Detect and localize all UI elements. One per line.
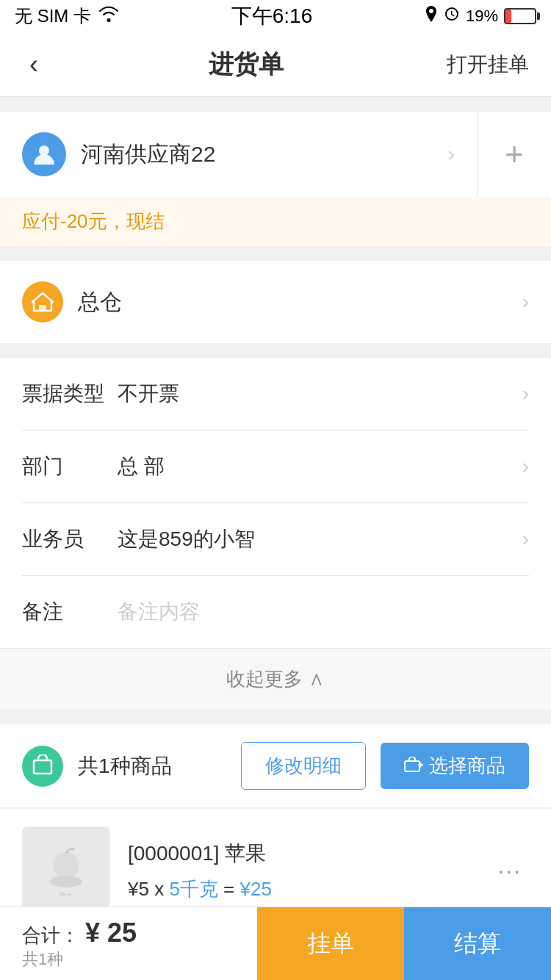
product-price: ¥5 x 5千克 = ¥25 (128, 876, 472, 902)
divider-4 (0, 710, 551, 724)
page-title: 进货单 (209, 48, 284, 82)
total-label: 合计： (22, 923, 79, 948)
svg-point-4 (53, 852, 79, 879)
total-amount: ¥ 25 (85, 918, 137, 948)
status-bar: 无 SIM 卡 下午6:16 19% (0, 0, 551, 32)
cart-icon (404, 757, 423, 776)
divider-1 (0, 97, 551, 112)
department-value: 总 部 (118, 453, 522, 480)
select-product-label: 选择商品 (429, 753, 505, 779)
salesperson-label: 业务员 (22, 525, 118, 553)
supplier-section: 河南供应商22 › + 应付-20元，现结 (0, 112, 551, 246)
form-section: 票据类型 不开票 › 部门 总 部 › 业务员 这是859的小智 › 备注 备注… (0, 358, 551, 648)
battery-text: 19% (466, 7, 498, 26)
salesperson-value: 这是859的小智 (118, 525, 522, 553)
location-icon (425, 6, 438, 26)
svg-point-5 (50, 876, 82, 887)
product-thumbnail: 督十 (22, 826, 110, 915)
price-equals: = (223, 878, 240, 900)
carrier-text: 无 SIM 卡 (15, 4, 91, 28)
battery-icon (504, 8, 536, 24)
product-header: 共1种商品 修改明细 选择商品 (0, 724, 551, 807)
svg-point-0 (39, 145, 49, 156)
warehouse-name: 总仓 (78, 287, 522, 317)
warehouse-icon (22, 281, 63, 323)
product-code: [0000001] (128, 842, 220, 865)
warehouse-section: 总仓 › (0, 261, 551, 343)
status-right: 19% (425, 6, 536, 26)
product-more-button[interactable]: ··· (490, 850, 529, 892)
product-title: 苹果 (225, 842, 266, 865)
ticket-type-row[interactable]: 票据类型 不开票 › (0, 358, 551, 430)
price-quantity: 5千克 (169, 878, 217, 900)
product-info: [0000001] 苹果 ¥5 x 5千克 = ¥25 (128, 840, 472, 902)
remark-row[interactable]: 备注 备注内容 (0, 576, 551, 648)
open-hang-button[interactable]: 打开挂单 (447, 51, 529, 79)
divider-3 (0, 343, 551, 358)
status-time: 下午6:16 (231, 2, 313, 30)
ticket-type-value: 不开票 (118, 380, 522, 408)
nav-bar: ‹ 进货单 打开挂单 (0, 32, 551, 97)
ticket-type-label: 票据类型 (22, 380, 118, 408)
svg-rect-2 (34, 760, 51, 774)
price-unit: ¥5 (128, 878, 149, 900)
ticket-type-chevron-icon: › (522, 382, 529, 406)
supplier-name: 河南供应商22 (81, 140, 441, 170)
warehouse-chevron-icon: › (522, 290, 529, 314)
supplier-chevron-icon: › (448, 143, 455, 166)
price-separator: x (154, 878, 169, 900)
collapse-label: 收起更多 ∧ (226, 666, 324, 692)
svg-text:督十: 督十 (59, 891, 73, 896)
back-button[interactable]: ‹ (22, 42, 46, 87)
wifi-icon (98, 6, 119, 26)
total-section: 合计： ¥ 25 共1种 (0, 907, 257, 980)
select-product-button[interactable]: 选择商品 (381, 743, 529, 789)
battery-fill (505, 10, 511, 23)
svg-rect-3 (405, 761, 419, 771)
status-left: 无 SIM 卡 (15, 4, 119, 28)
product-name: [0000001] 苹果 (128, 840, 472, 868)
salesperson-row[interactable]: 业务员 这是859的小智 › (0, 503, 551, 575)
alarm-icon (444, 6, 460, 26)
supplier-avatar (22, 132, 66, 176)
add-supplier-button[interactable]: + (478, 112, 551, 197)
checkout-button[interactable]: 结算 (404, 907, 551, 980)
hang-button[interactable]: 挂单 (257, 907, 404, 980)
collapse-button[interactable]: 收起更多 ∧ (0, 648, 551, 710)
svg-rect-1 (39, 305, 46, 311)
price-total: ¥25 (240, 878, 272, 900)
salesperson-chevron-icon: › (522, 527, 529, 551)
remark-value: 备注内容 (118, 598, 529, 626)
payment-notice: 应付-20元，现结 (0, 197, 551, 246)
bottom-bar: 合计： ¥ 25 共1种 挂单 结算 (0, 907, 551, 980)
edit-detail-button[interactable]: 修改明细 (241, 742, 366, 790)
remark-label: 备注 (22, 598, 118, 626)
warehouse-selector[interactable]: 总仓 › (0, 261, 551, 343)
product-count-icon (22, 746, 63, 787)
total-count: 共1种 (22, 948, 235, 970)
divider-2 (0, 246, 551, 261)
department-chevron-icon: › (522, 455, 529, 478)
department-label: 部门 (22, 453, 118, 480)
supplier-selector[interactable]: 河南供应商22 › (0, 112, 478, 197)
department-row[interactable]: 部门 总 部 › (0, 430, 551, 502)
product-count-text: 共1种商品 (78, 752, 226, 780)
